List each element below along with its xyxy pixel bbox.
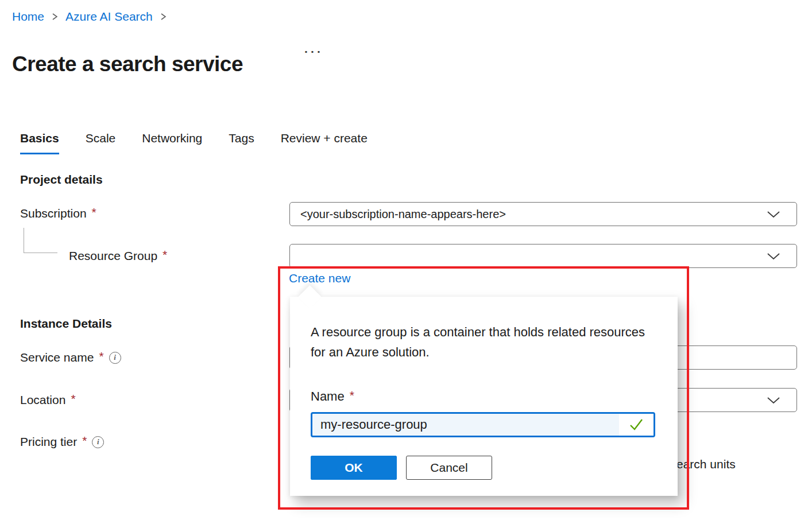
tab-scale[interactable]: Scale — [86, 131, 116, 154]
instance-details-heading: Instance Details — [20, 317, 112, 331]
breadcrumb-link-azure-ai-search[interactable]: Azure AI Search — [65, 10, 153, 24]
subscription-label: Subscription * — [20, 207, 96, 220]
breadcrumb-chevron-icon — [51, 12, 59, 21]
subscription-label-text: Subscription — [20, 207, 87, 220]
popup-name-label-text: Name — [311, 389, 345, 404]
location-label: Location * — [20, 393, 76, 407]
required-asterisk: * — [92, 205, 96, 219]
ok-button[interactable]: OK — [311, 456, 397, 480]
breadcrumb-chevron-icon — [160, 12, 167, 21]
tab-review-create[interactable]: Review + create — [281, 131, 368, 154]
more-options-button[interactable]: ··· — [304, 45, 323, 59]
service-name-label: Service name * — [20, 351, 121, 364]
info-icon[interactable] — [109, 352, 121, 364]
popup-name-label: Name * — [311, 389, 657, 404]
popup-description: A resource group is a container that hol… — [311, 322, 647, 362]
subscription-connector-line — [24, 228, 24, 253]
breadcrumb: Home Azure AI Search — [12, 10, 167, 24]
subscription-dropdown[interactable]: <your-subscription-name-appears-here> — [289, 202, 797, 226]
resource-group-name-input-wrap — [311, 412, 655, 437]
tab-basics[interactable]: Basics — [20, 131, 59, 154]
subscription-dropdown-value: <your-subscription-name-appears-here> — [300, 208, 506, 221]
resource-group-dropdown[interactable] — [289, 244, 797, 268]
chevron-down-icon — [767, 210, 786, 219]
popup-button-row: OK Cancel — [311, 456, 657, 480]
required-asterisk: * — [71, 392, 75, 406]
project-details-heading: Project details — [20, 173, 103, 187]
breadcrumb-link-home[interactable]: Home — [12, 10, 44, 24]
resource-group-name-input[interactable] — [312, 414, 619, 436]
create-new-link[interactable]: Create new — [289, 271, 350, 285]
required-asterisk: * — [350, 389, 354, 402]
page-title: Create a search service — [12, 52, 243, 76]
required-asterisk: * — [82, 434, 87, 448]
cancel-button[interactable]: Cancel — [406, 456, 492, 480]
pricing-tier-partial-text: earch units — [676, 457, 736, 471]
required-asterisk: * — [163, 248, 167, 262]
required-asterisk: * — [99, 350, 103, 363]
validation-checkmark-icon — [619, 414, 654, 436]
pricing-tier-label-text: Pricing tier — [20, 435, 77, 449]
chevron-down-icon — [767, 252, 786, 261]
tab-tags[interactable]: Tags — [229, 131, 254, 154]
location-label-text: Location — [20, 393, 65, 407]
chevron-down-icon — [767, 396, 786, 405]
create-new-resource-group-popup: A resource group is a container that hol… — [290, 297, 678, 496]
pricing-tier-label: Pricing tier * — [20, 435, 104, 449]
tab-networking[interactable]: Networking — [142, 131, 202, 154]
resource-group-label: Resource Group * — [69, 249, 167, 263]
info-icon[interactable] — [92, 436, 104, 448]
resource-group-label-text: Resource Group — [69, 249, 157, 263]
subscription-connector-line — [24, 253, 57, 253]
tab-bar: Basics Scale Networking Tags Review + cr… — [20, 131, 368, 154]
create-search-service-page: Home Azure AI Search Create a search ser… — [0, 0, 812, 528]
service-name-label-text: Service name — [20, 351, 94, 364]
